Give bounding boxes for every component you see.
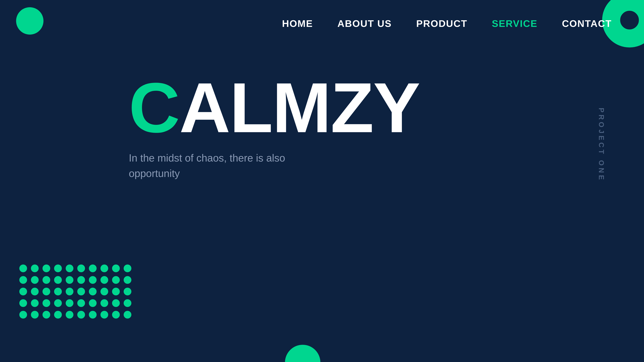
nav-item-service[interactable]: SERVICE xyxy=(492,18,538,29)
dot xyxy=(77,276,85,284)
dot xyxy=(31,288,39,295)
dot xyxy=(31,276,39,284)
tagline: In the midst of chaos, there is also opp… xyxy=(129,150,335,181)
dot xyxy=(89,288,96,295)
dot xyxy=(112,288,120,295)
dot xyxy=(77,311,85,319)
dot xyxy=(100,311,108,319)
dot xyxy=(19,311,27,319)
dot xyxy=(124,311,132,319)
decoration-circle-bottom-center xyxy=(285,345,320,362)
dot xyxy=(89,311,96,319)
dot xyxy=(66,299,74,307)
dot xyxy=(31,311,39,319)
dot xyxy=(42,276,50,284)
dot xyxy=(66,265,74,272)
dot-grid-decoration xyxy=(19,265,132,319)
nav-item-about-us[interactable]: ABOUT US xyxy=(338,18,392,29)
dot xyxy=(42,311,50,319)
dot xyxy=(124,265,132,272)
dot xyxy=(66,288,74,295)
dot xyxy=(77,288,85,295)
dot xyxy=(19,265,27,272)
dot xyxy=(54,288,62,295)
dot xyxy=(31,265,39,272)
brand-title: CALMZY xyxy=(129,72,420,143)
dot xyxy=(124,288,132,295)
dot xyxy=(66,311,74,319)
nav-item-contact[interactable]: CONTACT xyxy=(562,18,612,29)
dot xyxy=(42,265,50,272)
dot xyxy=(89,265,96,272)
dot xyxy=(112,276,120,284)
nav-item-home[interactable]: HOME xyxy=(282,18,313,29)
dot xyxy=(42,299,50,307)
dot xyxy=(112,299,120,307)
dot xyxy=(89,276,96,284)
brand-title-main: ALMZY xyxy=(179,68,420,147)
brand-title-prefix: C xyxy=(129,68,179,147)
dot xyxy=(19,276,27,284)
dot xyxy=(77,265,85,272)
navigation: HOMEABOUT USPRODUCTSERVICECONTACT xyxy=(0,0,644,29)
dot xyxy=(89,299,96,307)
dot xyxy=(100,299,108,307)
dot xyxy=(100,265,108,272)
dot xyxy=(100,288,108,295)
dot xyxy=(54,265,62,272)
dot xyxy=(54,311,62,319)
dot xyxy=(54,299,62,307)
dot xyxy=(66,276,74,284)
dot xyxy=(19,299,27,307)
dot xyxy=(54,276,62,284)
dot xyxy=(77,299,85,307)
dot xyxy=(112,265,120,272)
dot xyxy=(124,276,132,284)
dot xyxy=(19,288,27,295)
dot xyxy=(42,288,50,295)
dot xyxy=(31,299,39,307)
nav-item-product[interactable]: PRODUCT xyxy=(416,18,468,29)
dot xyxy=(124,299,132,307)
dot xyxy=(112,311,120,319)
vertical-project-label: PROJECT ONE xyxy=(597,108,605,182)
dot xyxy=(100,276,108,284)
main-content: CALMZY In the midst of chaos, there is a… xyxy=(129,72,420,181)
